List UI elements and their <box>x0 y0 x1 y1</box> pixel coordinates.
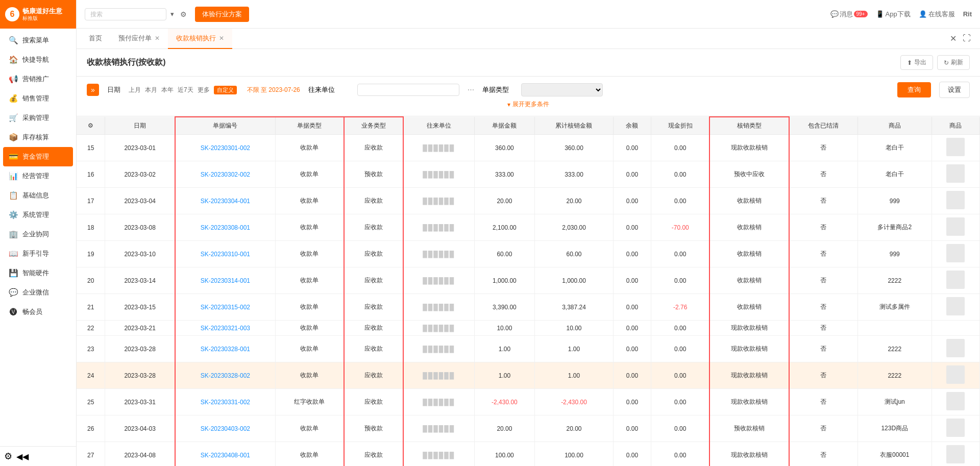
filter-this-month[interactable]: 本月 <box>145 86 157 94</box>
sidebar-item-operations[interactable]: 📊 经营管理 <box>0 166 76 186</box>
row-amount: -2,430.00 <box>474 389 534 415</box>
table-row: 222023-03-21SK-20230321-003收款单应收款██████1… <box>77 321 980 336</box>
row-voucher-no[interactable]: SK-20230403-002 <box>175 415 275 442</box>
tab-home[interactable]: 首页 <box>81 29 110 49</box>
collapse-icon[interactable]: ◀◀ <box>16 452 29 461</box>
col-goods[interactable]: 商品 <box>857 117 932 135</box>
row-voucher-no[interactable]: SK-20230302-002 <box>175 161 275 188</box>
col-settings[interactable]: ⚙ <box>77 117 105 135</box>
row-include-settled: 否 <box>789 135 858 161</box>
topbar-search-input[interactable] <box>85 8 166 20</box>
filter-voucher-type-select[interactable] <box>521 83 603 96</box>
row-voucher-type: 收款单 <box>275 415 344 442</box>
col-biz-type[interactable]: 业务类型 <box>344 117 403 135</box>
row-write-type: 预收中应收 <box>709 161 789 188</box>
goods-thumbnail <box>946 297 965 315</box>
row-voucher-no[interactable]: SK-20230328-002 <box>175 362 275 389</box>
filter-expand-btn[interactable]: ▾ 展开更多条件 <box>507 100 549 109</box>
tab-receipts-close[interactable]: ✕ <box>219 35 224 42</box>
row-voucher-no[interactable]: SK-20230321-003 <box>175 321 275 336</box>
tab-prepay-close[interactable]: ✕ <box>155 35 160 42</box>
row-cash-discount: 0.00 <box>651 415 710 442</box>
filter-custom-btn[interactable]: 自定义 <box>214 86 237 94</box>
sidebar-item-search[interactable]: 🔍 搜索菜单 <box>0 31 76 50</box>
sidebar-item-purchase[interactable]: 🛒 采购管理 <box>0 108 76 128</box>
row-voucher-no[interactable]: SK-20230304-001 <box>175 188 275 214</box>
table-row: 192023-03-10SK-20230310-001收款单应收款██████6… <box>77 241 980 267</box>
topbar-app-download[interactable]: 📱 App下载 <box>876 10 911 19</box>
filter-this-year[interactable]: 本年 <box>161 86 174 94</box>
col-include-settled[interactable]: 包含已结清 <box>789 117 858 135</box>
row-partner: ██████ <box>403 214 475 241</box>
topbar-message-area[interactable]: 💬 消息 99+ <box>830 10 868 19</box>
row-voucher-no[interactable]: SK-20230308-001 <box>175 214 275 241</box>
row-biz-type: 预收款 <box>344 161 403 188</box>
col-goods-img[interactable]: 商品 <box>932 117 979 135</box>
filter-last-month[interactable]: 上月 <box>129 86 141 94</box>
settings-bottom-icon[interactable]: ⚙ <box>4 451 12 462</box>
topbar: ▾ ⚙ 体验行业方案 💬 消息 99+ 📱 App下载 👤 在线客服 Rit <box>77 0 980 29</box>
filter-more[interactable]: 更多 <box>198 86 210 94</box>
col-voucher-no[interactable]: 单据编号 <box>175 117 275 135</box>
col-voucher-type[interactable]: 单据类型 <box>275 117 344 135</box>
sidebar-item-wechat[interactable]: 💬 企业微信 <box>0 283 76 302</box>
row-no: 17 <box>77 188 105 214</box>
table-row: 232023-03-28SK-20230328-001收款单应收款██████1… <box>77 336 980 362</box>
row-no: 19 <box>77 241 105 267</box>
sidebar-item-quicknav[interactable]: 🏠 快捷导航 <box>0 50 76 69</box>
sidebar-item-member[interactable]: 🅥 畅会员 <box>0 302 76 322</box>
col-write-type[interactable]: 核销类型 <box>709 117 789 135</box>
filter-setting-btn[interactable]: 设置 <box>939 82 970 98</box>
row-voucher-no[interactable]: SK-20230301-002 <box>175 135 275 161</box>
row-voucher-no[interactable]: SK-20230331-002 <box>175 389 275 415</box>
row-voucher-no[interactable]: SK-20230315-002 <box>175 294 275 321</box>
col-amount[interactable]: 单据金额 <box>474 117 534 135</box>
row-goods: 老白干 <box>857 135 932 161</box>
col-cumulative[interactable]: 累计核销金额 <box>535 117 614 135</box>
hardware-icon: 💾 <box>8 268 18 278</box>
tab-expand-btn[interactable]: ⛶ <box>962 33 972 44</box>
topbar-gear-icon[interactable]: ⚙ <box>178 8 189 20</box>
sidebar-bottom: ⚙ ◀◀ <box>0 446 76 466</box>
sidebar-item-marketing[interactable]: 📢 营销推广 <box>0 69 76 89</box>
row-biz-type: 应收款 <box>344 321 403 336</box>
operations-icon: 📊 <box>8 171 18 181</box>
row-voucher-type: 收款单 <box>275 362 344 389</box>
refresh-btn[interactable]: ↻ 刷新 <box>937 55 970 70</box>
tab-receipts[interactable]: 收款核销执行 ✕ <box>168 29 232 49</box>
sidebar-item-guide[interactable]: 📖 新手引导 <box>0 244 76 263</box>
topbar-dropdown-icon[interactable]: ▾ <box>170 10 174 18</box>
topbar-industry-btn[interactable]: 体验行业方案 <box>195 7 249 22</box>
tab-prepay[interactable]: 预付应付单 ✕ <box>110 29 168 49</box>
filter-partner-input[interactable] <box>357 84 459 96</box>
row-partner: ██████ <box>403 442 475 467</box>
row-amount: 10.00 <box>474 321 534 336</box>
sidebar-item-system[interactable]: ⚙️ 系统管理 <box>0 205 76 225</box>
topbar-user[interactable]: Rit <box>963 10 972 18</box>
row-include-settled: 否 <box>789 321 858 336</box>
sidebar-item-basics[interactable]: 📋 基础信息 <box>0 186 76 205</box>
sidebar-item-corp[interactable]: 🏢 企业协同 <box>0 225 76 244</box>
col-date[interactable]: 日期 <box>105 117 175 135</box>
row-goods: 老白干 <box>857 161 932 188</box>
row-voucher-no[interactable]: SK-20230408-001 <box>175 442 275 467</box>
filter-7days[interactable]: 近7天 <box>178 86 193 94</box>
col-cash-discount[interactable]: 现金折扣 <box>651 117 710 135</box>
filter-toggle-btn[interactable]: » <box>87 84 99 96</box>
sidebar-item-finance[interactable]: 💳 资金管理 <box>3 147 73 166</box>
sidebar-item-inventory[interactable]: 📦 库存核算 <box>0 128 76 147</box>
row-voucher-no[interactable]: SK-20230310-001 <box>175 241 275 267</box>
sidebar-item-sales[interactable]: 💰 销售管理 <box>0 89 76 108</box>
filter-query-btn[interactable]: 查询 <box>897 82 931 97</box>
topbar-online-service[interactable]: 👤 在线客服 <box>919 10 955 19</box>
tab-close-all-btn[interactable]: ✕ <box>949 33 958 44</box>
row-voucher-type: 收款单 <box>275 336 344 362</box>
row-voucher-no[interactable]: SK-20230328-001 <box>175 336 275 362</box>
col-partner[interactable]: 往来单位 <box>403 117 475 135</box>
table-container[interactable]: ⚙ 日期 单据编号 单据类型 业务类型 往来单位 单据金额 累计核销金额 余额 … <box>77 116 980 466</box>
col-balance[interactable]: 余额 <box>613 117 651 135</box>
export-btn[interactable]: ⬆ 导出 <box>900 55 933 70</box>
row-voucher-no[interactable]: SK-20230314-001 <box>175 267 275 294</box>
sidebar-item-hardware[interactable]: 💾 智能硬件 <box>0 263 76 283</box>
row-balance: 0.00 <box>613 135 651 161</box>
